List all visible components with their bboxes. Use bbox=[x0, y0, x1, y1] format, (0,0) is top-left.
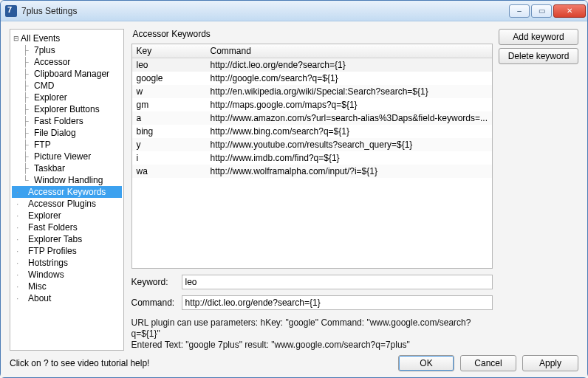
tree-child[interactable]: ├ Clipboard Manager bbox=[12, 68, 122, 80]
table-row[interactable]: leohttp://dict.leo.org/ende?search={1} bbox=[132, 58, 493, 72]
cell-key: leo bbox=[137, 60, 211, 70]
cell-command: http://dict.leo.org/ende?search={1} bbox=[211, 60, 488, 70]
command-label: Command: bbox=[131, 298, 182, 308]
window-buttons: – ▭ ✕ bbox=[507, 4, 586, 18]
tree-child[interactable]: ├ CMD bbox=[12, 80, 122, 92]
command-input[interactable] bbox=[182, 295, 493, 310]
tree-item[interactable]: · Accessor Plugins bbox=[12, 198, 122, 210]
table-row[interactable]: gmhttp://maps.google.com/maps?q=${1} bbox=[132, 98, 493, 111]
dialog-actions: OK Cancel Apply bbox=[398, 355, 578, 371]
client-area: ⊟ All Events ├ 7plus├ Accessor├ Clipboar… bbox=[1, 21, 587, 377]
maximize-button[interactable]: ▭ bbox=[531, 4, 552, 18]
cell-command: http://www.wolframalpha.com/input/?i=${1… bbox=[211, 166, 488, 176]
cell-command: http://google.com/search?q=${1} bbox=[211, 73, 488, 83]
add-keyword-button[interactable]: Add keyword bbox=[499, 29, 578, 45]
close-button[interactable]: ✕ bbox=[553, 4, 586, 18]
settings-tree[interactable]: ⊟ All Events ├ 7plus├ Accessor├ Clipboar… bbox=[10, 29, 124, 351]
ok-button[interactable]: OK bbox=[398, 355, 454, 371]
cell-command: http://www.imdb.com/find?q=${1} bbox=[211, 153, 488, 163]
cell-command: http://en.wikipedia.org/wiki/Special:Sea… bbox=[211, 86, 488, 97]
section-title: Accessor Keywords bbox=[133, 29, 493, 39]
table-row[interactable]: wahttp://www.wolframalpha.com/input/?i=$… bbox=[132, 165, 493, 178]
hint-text: URL plugin can use parameters: hKey: "go… bbox=[131, 317, 493, 351]
cell-command: http://www.amazon.com/s?url=search-alias… bbox=[211, 113, 488, 123]
delete-keyword-button[interactable]: Delete keyword bbox=[499, 48, 578, 64]
table-row[interactable]: ihttp://www.imdb.com/find?q=${1} bbox=[132, 151, 493, 165]
app-icon bbox=[5, 5, 17, 17]
cell-key: wa bbox=[137, 166, 211, 176]
cell-key: w bbox=[137, 86, 211, 97]
table-row[interactable]: yhttp://www.youtube.com/results?search_q… bbox=[132, 138, 493, 151]
keyword-label: Keyword: bbox=[131, 277, 182, 287]
cell-key: bing bbox=[137, 126, 211, 137]
table-row[interactable]: googlehttp://google.com/search?q=${1} bbox=[132, 72, 493, 85]
apply-button[interactable]: Apply bbox=[522, 355, 578, 371]
cell-command: http://www.youtube.com/results?search_qu… bbox=[211, 140, 488, 150]
tree-child[interactable]: ├ File Dialog bbox=[12, 127, 122, 139]
side-buttons: Add keyword Delete keyword bbox=[499, 29, 578, 351]
tree-root[interactable]: ⊟ All Events bbox=[12, 32, 122, 44]
collapse-icon[interactable]: ⊟ bbox=[13, 32, 21, 44]
help-hint: Click on ? to see video tutorial help! bbox=[10, 358, 398, 368]
tree-child[interactable]: ├ Explorer Buttons bbox=[12, 103, 122, 115]
table-row[interactable]: whttp://en.wikipedia.org/wiki/Special:Se… bbox=[132, 85, 493, 98]
tree-child[interactable]: └ Window Handling bbox=[12, 174, 122, 186]
table-row[interactable]: ahttp://www.amazon.com/s?url=search-alia… bbox=[132, 111, 493, 125]
tree-item[interactable]: · Hotstrings bbox=[12, 257, 122, 269]
tree-item[interactable]: · Misc bbox=[12, 281, 122, 292]
keyword-row: Keyword: bbox=[131, 275, 493, 289]
cell-key: gm bbox=[137, 100, 211, 110]
tree-child[interactable]: ├ Fast Folders bbox=[12, 115, 122, 127]
tree-child[interactable]: ├ 7plus bbox=[12, 44, 122, 56]
settings-window: 7plus Settings – ▭ ✕ ⊟ All Events ├ 7plu… bbox=[0, 0, 588, 378]
cell-key: y bbox=[137, 140, 211, 150]
tree-child[interactable]: ├ Accessor bbox=[12, 56, 122, 68]
cell-command: http://maps.google.com/maps?q=${1} bbox=[211, 100, 488, 110]
minimize-button[interactable]: – bbox=[509, 4, 530, 18]
tree-item[interactable]: · About bbox=[12, 292, 122, 304]
tree-child[interactable]: ├ Picture Viewer bbox=[12, 151, 122, 162]
right-panel: Accessor Keywords Key Command leohttp://… bbox=[131, 29, 579, 351]
header-command[interactable]: Command bbox=[211, 46, 488, 56]
tree-item[interactable]: · Explorer bbox=[12, 210, 122, 221]
tree-item[interactable]: · Explorer Tabs bbox=[12, 233, 122, 245]
tree-item[interactable]: · FTP Profiles bbox=[12, 245, 122, 257]
titlebar[interactable]: 7plus Settings – ▭ ✕ bbox=[1, 1, 587, 21]
tree-child[interactable]: ├ FTP bbox=[12, 139, 122, 151]
cancel-button[interactable]: Cancel bbox=[460, 355, 516, 371]
cell-key: i bbox=[137, 153, 211, 163]
header-key[interactable]: Key bbox=[137, 46, 211, 56]
tree-child[interactable]: ├ Taskbar bbox=[12, 162, 122, 174]
keyword-input[interactable] bbox=[182, 275, 493, 289]
tree-item[interactable]: · Windows bbox=[12, 269, 122, 281]
command-row: Command: bbox=[131, 295, 493, 310]
table-header: Key Command bbox=[132, 44, 493, 58]
table-row[interactable]: binghttp://www.bing.com/search?q=${1} bbox=[132, 125, 493, 138]
window-title: 7plus Settings bbox=[21, 6, 507, 16]
tree-item[interactable]: · Accessor Keywords bbox=[12, 186, 122, 198]
cell-key: a bbox=[137, 113, 211, 123]
cell-command: http://www.bing.com/search?q=${1} bbox=[211, 126, 488, 137]
tree-item[interactable]: · Fast Folders bbox=[12, 221, 122, 233]
footer: Click on ? to see video tutorial help! O… bbox=[10, 355, 578, 371]
keywords-table[interactable]: Key Command leohttp://dict.leo.org/ende?… bbox=[131, 44, 493, 269]
tree-child[interactable]: ├ Explorer bbox=[12, 92, 122, 103]
cell-key: google bbox=[137, 73, 211, 83]
